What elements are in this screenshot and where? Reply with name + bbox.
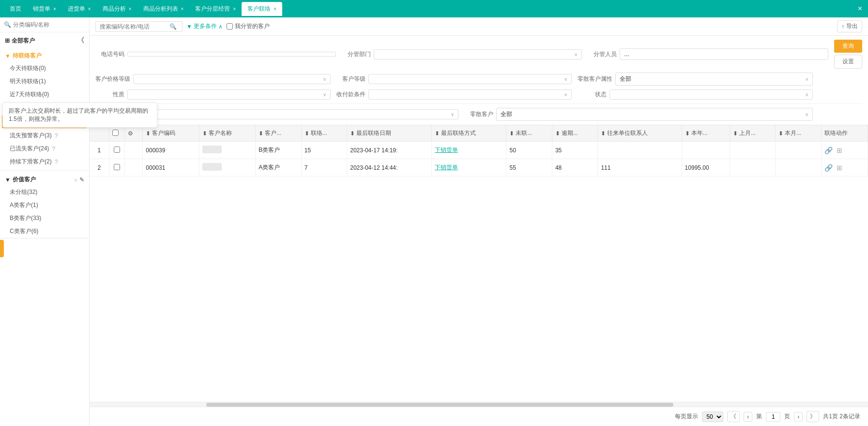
retail-attr-arrow-icon: ∨ (805, 76, 808, 82)
row-2-method-link[interactable]: 下销货单 (435, 164, 458, 171)
status-arrow-icon: ∨ (805, 92, 808, 97)
close-customer-contact-tab-icon[interactable]: × (274, 6, 276, 12)
nav-tab-goods-analysis[interactable]: 商品分析 × (97, 2, 137, 16)
row-1-checkbox[interactable] (114, 147, 120, 153)
row-2-overdue: 48 (552, 159, 597, 176)
close-goods-analysis-tab-icon[interactable]: × (129, 6, 132, 12)
th-type-sort-icon: ⬍ (259, 130, 263, 137)
row-2-more-icon[interactable]: ⊞ (837, 164, 842, 172)
value-section-edit-icon[interactable]: ✎ (79, 176, 84, 183)
th-last-date-sort-icon: ⬍ (350, 130, 355, 137)
payment-dropdown[interactable]: ∨ (368, 89, 572, 100)
th-name-sort-icon: ⬍ (202, 130, 207, 137)
customer-type-field: 客户类型 ∨ (110, 109, 458, 119)
phone-input[interactable] (127, 52, 336, 57)
search-input[interactable] (100, 23, 168, 30)
table-row: 2 000031 A类客户 7 2023-04-12 14:44: (90, 159, 868, 176)
row-1-chat-icon[interactable]: 🔗 (824, 147, 833, 154)
row-1-method-link[interactable]: 下销货单 (435, 147, 458, 153)
close-goods-list-tab-icon[interactable]: × (181, 6, 184, 12)
close-sales-tab-icon[interactable]: × (53, 6, 56, 12)
sidebar-item-ungrouped[interactable]: 未分组(32) (0, 186, 89, 199)
person-field: 分管人员 ... (588, 48, 828, 60)
sidebar-item-lost-warning[interactable]: 流失预警客户(3) ? (0, 129, 89, 142)
settings-button[interactable]: 设置 (834, 55, 862, 69)
th-type: ⬍ 客户... (256, 125, 301, 142)
th-code: ⬍ 客户编码 (143, 125, 199, 142)
th-contact-sort-icon: ⬍ (305, 130, 309, 137)
content-area: 🔍 ▼ 更多条件 ∧ 我分管的客户 ↑ 导出 电话号码 (90, 17, 868, 426)
row-1-unit-contact (598, 142, 682, 159)
person-input[interactable]: ... (620, 48, 828, 60)
th-last-method-sort-icon: ⬍ (435, 130, 440, 137)
filter-icon: ▼ (186, 23, 192, 30)
nav-tab-goods-analysis-list[interactable]: 商品分析列表 × (137, 2, 190, 16)
nav-tab-customer-tier[interactable]: 客户分层经营 × (189, 2, 242, 16)
retail-customer-dropdown[interactable]: 全部 ∨ (496, 108, 813, 121)
dept-dropdown[interactable]: ∨ (374, 49, 582, 59)
value-section-circle-icon[interactable]: ○ (74, 176, 77, 183)
retail-attr-dropdown[interactable]: 全部 ∨ (615, 73, 813, 86)
close-window-button[interactable]: × (858, 4, 862, 13)
status-dropdown[interactable]: ∨ (609, 89, 813, 100)
th-num (90, 125, 109, 142)
filter-row-1: 电话号码 分管部门 ∨ 分管人员 ... 查询 (95, 40, 862, 69)
select-all-checkbox[interactable] (112, 130, 119, 136)
horizontal-scrollbar[interactable] (90, 402, 868, 407)
price-level-label: 客户价格等级 (95, 75, 130, 83)
sidebar-search-input[interactable] (13, 21, 86, 28)
sidebar-item-declining[interactable]: 持续下滑客户(2) ? (0, 155, 89, 168)
close-purchase-tab-icon[interactable]: × (88, 6, 91, 12)
row-1-name-img (202, 146, 222, 153)
gender-arrow-icon: ∨ (323, 92, 326, 97)
query-button[interactable]: 查询 (834, 40, 862, 53)
last-page-button[interactable]: 》 (807, 411, 819, 422)
nav-tab-sales[interactable]: 销货单 × (27, 2, 62, 16)
row-2-name (199, 159, 256, 176)
per-page-select[interactable]: 50 (702, 411, 723, 422)
close-customer-tier-tab-icon[interactable]: × (233, 6, 236, 12)
sidebar-item-tomorrow[interactable]: 明天待联络(1) (0, 75, 89, 88)
grid-icon: ⊞ (5, 37, 10, 44)
nav-tab-purchase[interactable]: 进货单 × (62, 2, 97, 16)
search-icon: 🔍 (169, 23, 177, 30)
retail-customer-field: 零散客户 全部 ∨ (464, 108, 813, 121)
gender-label: 性质 (95, 90, 124, 99)
sidebar-collapse-button[interactable]: 《 (77, 36, 84, 45)
price-level-dropdown[interactable]: ∨ (133, 74, 331, 84)
table-settings-icon[interactable]: ⚙ (128, 130, 133, 137)
row-1-last-month (730, 142, 775, 159)
th-this-year-sort-icon: ⬍ (685, 130, 690, 137)
sidebar-item-c-class[interactable]: C类客户(6) (0, 225, 89, 238)
more-conditions-button[interactable]: ▼ 更多条件 ∧ (186, 22, 223, 30)
sidebar-item-already-lost[interactable]: 已流失客户(24) ? (0, 142, 89, 155)
export-button[interactable]: ↑ 导出 (837, 20, 862, 32)
row-2-num: 2 (90, 159, 109, 176)
th-name: ⬍ 客户名称 (199, 125, 256, 142)
sidebar-item-today[interactable]: 今天待联络(0) (0, 62, 89, 75)
search-field: 🔍 (95, 21, 183, 32)
first-page-button[interactable]: 《 (727, 411, 740, 422)
sidebar-item-b-class[interactable]: B类客户(33) (0, 212, 89, 225)
next-page-button[interactable]: › (794, 412, 803, 422)
dept-dropdown-arrow-icon: ∨ (574, 52, 578, 57)
page-number-input[interactable] (766, 412, 780, 422)
filter-row-4: ... 客户类型 ∨ 零散客户 全部 ∨ (95, 103, 862, 121)
th-code-sort-icon: ⬍ (146, 130, 151, 137)
pending-section-arrow: ▼ (5, 53, 11, 59)
row-2-contact: 7 (301, 159, 347, 176)
filter-row-2: 客户价格等级 ∨ 客户等级 ∨ 零散客户属性 全部 (95, 73, 862, 86)
scrollbar-thumb[interactable] (206, 403, 673, 407)
prev-page-button[interactable]: ‹ (744, 412, 752, 422)
row-2-checkbox[interactable] (114, 164, 120, 170)
my-customers-checkbox[interactable] (227, 23, 233, 29)
sidebar-item-7days[interactable]: 近7天待联络(0) (0, 88, 89, 101)
sidebar-item-a-class[interactable]: A类客户(1) (0, 199, 89, 212)
customer-type-dropdown[interactable]: ∨ (142, 109, 458, 119)
nav-tab-customer-contact[interactable]: 客户联络 × (242, 2, 282, 16)
gender-dropdown[interactable]: ∨ (127, 89, 331, 100)
row-2-chat-icon[interactable]: 🔗 (824, 164, 833, 172)
nav-tab-home[interactable]: 首页 (4, 2, 27, 16)
row-1-more-icon[interactable]: ⊞ (837, 147, 842, 154)
customer-level-dropdown[interactable]: ∨ (368, 74, 572, 84)
